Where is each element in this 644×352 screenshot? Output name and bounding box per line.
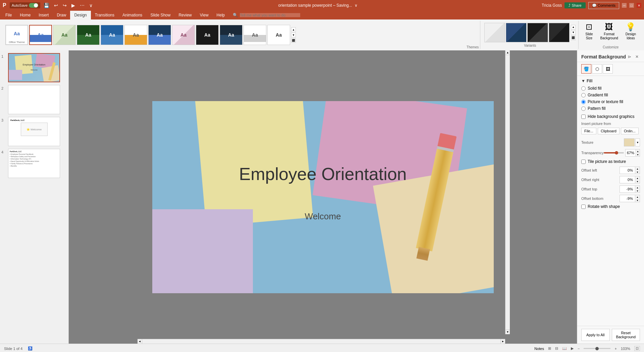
slide-thumb-3[interactable]: 3 ParkDeck, LLC ⭐ Welcome (1, 117, 67, 146)
pattern-fill-option[interactable]: Pattern fill (581, 106, 640, 111)
theme-ion[interactable]: Aa (101, 25, 123, 45)
slide-thumbnail-4[interactable]: ParkDeck, LLC • Employee Personal Handbo… (8, 149, 60, 178)
slide-subtitle[interactable]: Welcome (305, 211, 341, 221)
panel-pin-button[interactable]: ⊳ (627, 54, 633, 60)
canvas-scrollbar[interactable]: ▲ ▼ (505, 50, 510, 334)
variants-down[interactable]: ▼ (571, 30, 576, 35)
gradient-fill-radio[interactable] (581, 93, 586, 97)
slide-thumbnail-2[interactable] (8, 85, 60, 114)
slide-title[interactable]: Employee Orientation (239, 164, 407, 184)
expand-icon[interactable]: ∨ (88, 2, 94, 9)
tab-insert[interactable]: Insert (35, 11, 53, 19)
save-icon[interactable]: 💾 (42, 2, 51, 9)
fill-section-header[interactable]: ▼ Fill (581, 79, 640, 83)
slide-thumb-2[interactable]: 2 (1, 85, 67, 114)
notes-button[interactable]: Notes (534, 347, 544, 351)
transparency-down[interactable]: ▼ (636, 153, 640, 156)
variants-more[interactable]: ⬛ (571, 36, 576, 40)
present-icon[interactable]: ▶ (70, 2, 76, 9)
offset-right-up[interactable]: ▲ (635, 176, 640, 180)
transparency-slider[interactable] (604, 152, 624, 153)
variant-1[interactable] (484, 23, 505, 42)
insert-online-button[interactable]: Onlin... (621, 128, 639, 134)
maximize-button[interactable]: □ (629, 3, 634, 8)
gradient-fill-option[interactable]: Gradient fill (581, 93, 640, 97)
theme-wisp[interactable]: Aa (172, 25, 195, 45)
picture-icon-button[interactable]: 🖼 (603, 64, 613, 74)
tab-help[interactable]: Help (213, 11, 229, 19)
solid-fill-radio[interactable] (581, 86, 586, 91)
scroll-up-btn[interactable]: ▲ (505, 50, 510, 55)
fill-icon-button[interactable]: 🪣 (581, 64, 591, 74)
search-input[interactable] (240, 13, 300, 17)
rotate-with-shape-option[interactable]: Rotate with shape (581, 204, 640, 209)
theme-depth[interactable]: Aa (220, 25, 243, 45)
zoom-slider[interactable] (584, 348, 610, 349)
horizontal-scrollbar[interactable]: ◄ ► (138, 339, 505, 344)
scroll-right-btn[interactable]: ► (500, 339, 505, 344)
tile-picture-option[interactable]: Tile picture as texture (581, 159, 640, 164)
tile-picture-checkbox[interactable] (581, 160, 586, 164)
scroll-down-btn[interactable]: ▼ (505, 329, 510, 334)
slide-size-button[interactable]: ⊡ SlideSize (583, 21, 595, 42)
picture-texture-fill-option[interactable]: Picture or texture fill (581, 99, 640, 104)
texture-dropdown[interactable]: ▼ (635, 138, 640, 146)
slide-thumbnail-3[interactable]: ParkDeck, LLC ⭐ Welcome (8, 117, 60, 146)
offset-top-up[interactable]: ▲ (635, 186, 640, 189)
minimize-button[interactable]: ─ (622, 3, 627, 8)
texture-picker[interactable] (624, 138, 635, 146)
view-slide-sorter-icon[interactable]: ⊟ (555, 346, 558, 351)
effects-icon-button[interactable]: ⬡ (592, 64, 602, 74)
themes-more[interactable]: ⬛ (291, 38, 296, 43)
slide-thumbnail-1[interactable]: Employee Orientation Welcome (8, 53, 60, 82)
apply-to-all-button[interactable]: Apply to All (581, 329, 610, 341)
themes-down[interactable]: ▼ (291, 33, 296, 37)
theme-office2[interactable]: Aa (29, 25, 52, 45)
tab-design[interactable]: Design (70, 11, 91, 19)
variants-dropdown[interactable]: ▲ ▼ ⬛ (571, 23, 576, 42)
theme-office[interactable]: Aa Office Theme (5, 25, 28, 45)
theme-gallery[interactable]: Aa (244, 25, 266, 45)
tab-transitions[interactable]: Transitions (91, 11, 118, 19)
tab-review[interactable]: Review (174, 11, 196, 19)
more-tools-icon[interactable]: ⋯ (78, 2, 86, 9)
view-normal-icon[interactable]: ⊞ (548, 346, 551, 351)
tab-slideshow[interactable]: Slide Show (146, 11, 174, 19)
theme-badge[interactable]: Aa (196, 25, 219, 45)
fit-slide-icon[interactable]: ⊡ (634, 346, 640, 351)
tab-draw[interactable]: Draw (53, 11, 70, 19)
rotate-checkbox[interactable] (581, 205, 586, 209)
tab-file[interactable]: File (1, 11, 16, 19)
tab-home[interactable]: Home (16, 11, 35, 19)
offset-left-down[interactable]: ▼ (635, 170, 640, 174)
reset-background-button[interactable]: Reset Background (612, 329, 640, 341)
autosave-toggle[interactable]: AutoSave (10, 2, 41, 8)
offset-right-down[interactable]: ▼ (635, 180, 640, 183)
tab-view[interactable]: View (196, 11, 213, 19)
themes-up[interactable]: ▲ (291, 27, 296, 32)
hide-bg-option[interactable]: Hide background graphics (581, 114, 640, 119)
zoom-out-icon[interactable]: − (578, 347, 580, 351)
undo-icon[interactable]: ↩ (53, 2, 59, 9)
variants-up[interactable]: ▲ (571, 25, 576, 30)
view-reading-icon[interactable]: 📖 (562, 346, 567, 351)
variant-2[interactable] (506, 23, 527, 42)
offset-bottom-down[interactable]: ▼ (635, 199, 640, 202)
share-button[interactable]: ⤴ Share (565, 2, 585, 8)
insert-file-button[interactable]: File... (581, 128, 596, 134)
pattern-fill-radio[interactable] (581, 106, 586, 111)
hide-bg-checkbox[interactable] (581, 115, 586, 119)
zoom-in-icon[interactable]: + (614, 347, 616, 351)
comments-button[interactable]: 💬 Comments (588, 2, 619, 9)
variant-4[interactable] (549, 23, 570, 42)
slide-thumb-1[interactable]: 1 Employee Orientation Welcome (1, 53, 67, 82)
format-background-button[interactable]: 🖼 FormatBackground (597, 21, 621, 42)
tab-animations[interactable]: Animations (118, 11, 146, 19)
variant-3[interactable] (527, 23, 548, 42)
picture-texture-radio[interactable] (581, 100, 586, 104)
design-ideas-button[interactable]: 💡 DesignIdeas (623, 21, 639, 42)
theme-retrospect[interactable]: Aa (124, 25, 147, 45)
close-button[interactable]: ✕ (637, 3, 641, 8)
theme-facet[interactable]: Aa (53, 25, 76, 45)
offset-left-up[interactable]: ▲ (635, 167, 640, 170)
